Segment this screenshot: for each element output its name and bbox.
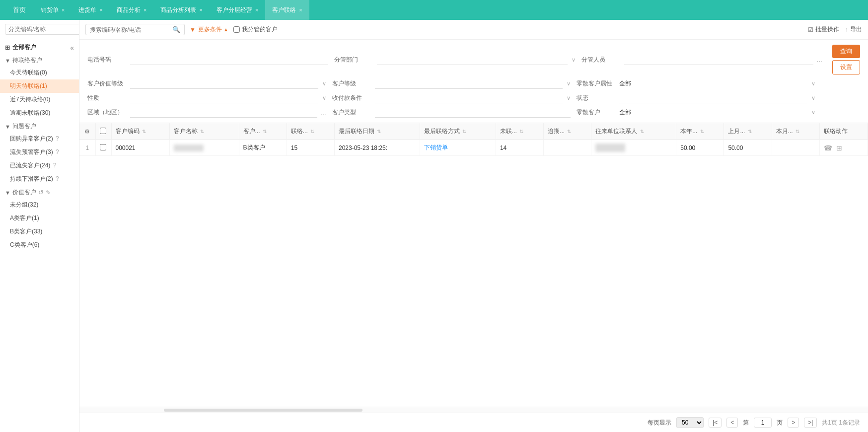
sort-uc-icon[interactable]: ⇅ (519, 129, 523, 134)
next-page-btn[interactable]: > (788, 418, 799, 428)
payment-input[interactable] (375, 93, 563, 103)
sort-od-icon[interactable]: ⇅ (567, 129, 571, 134)
sidebar-item-overdue-contact[interactable]: 逾期未联络(30) (0, 106, 79, 120)
sidebar-item-declining[interactable]: 持续下滑客户(2) ? (0, 172, 79, 186)
nav-customer-tier[interactable]: 客户分层经营 × (210, 0, 265, 20)
row-actions-group: ☎ ⊞ (824, 144, 864, 152)
row-checkbox[interactable] (100, 144, 106, 150)
my-customers-checkbox[interactable] (233, 26, 240, 33)
person-input[interactable] (624, 55, 814, 65)
sidebar-pending-group[interactable]: ▼ 待联络客户 (0, 54, 79, 66)
th-checkbox (95, 123, 111, 140)
customer-level-label: 客户等级 (332, 79, 372, 88)
sort-lcd-icon[interactable]: ⇅ (377, 129, 381, 134)
sidebar-item-b-class[interactable]: B类客户(33) (0, 225, 79, 238)
sidebar-item-ungrouped[interactable]: 未分组(32) (0, 198, 79, 212)
filter-payment-cell: 收付款条件 ∨ (332, 93, 571, 103)
nav-goods-analysis-list[interactable]: 商品分析列表 × (153, 0, 209, 20)
sort-cc-icon[interactable]: ⇅ (310, 129, 314, 134)
sort-ty-icon[interactable]: ⇅ (700, 129, 704, 134)
edit-value-icon[interactable]: ✎ (46, 189, 51, 196)
sort-name-icon[interactable]: ⇅ (200, 129, 204, 134)
th-last-contact-date: 最后联络日期 ⇅ (334, 123, 420, 140)
person-dots-icon[interactable]: ... (816, 56, 822, 64)
close-goods-analysis-list-icon[interactable]: × (199, 7, 202, 13)
settings-button[interactable]: 设置 (832, 60, 860, 74)
sidebar-item-a-class[interactable]: A类客户(1) (0, 212, 79, 225)
customer-type-input[interactable] (375, 107, 571, 118)
refresh-icon[interactable]: ↺ (38, 189, 44, 196)
area-input[interactable] (130, 107, 317, 118)
sidebar-item-tomorrow-contact[interactable]: 明天待联络(1) (0, 79, 79, 93)
sort-tm-icon[interactable]: ⇅ (796, 129, 799, 134)
sort-cp-icon[interactable]: ⇅ (640, 129, 644, 134)
retail-customer-chevron-icon: ∨ (811, 109, 815, 116)
sort-lm-icon[interactable]: ⇅ (748, 129, 752, 134)
nav-customer-contact[interactable]: 客户联络 × (265, 0, 309, 20)
value-level-input[interactable] (130, 78, 318, 89)
close-goods-analysis-icon[interactable]: × (144, 7, 146, 13)
search-input[interactable] (90, 26, 172, 33)
nav-sales[interactable]: 销货单 × (34, 0, 72, 20)
sidebar-problem-group[interactable]: ▼ 问题客户 (0, 120, 79, 132)
last-contact-method-link[interactable]: 下销货单 (424, 144, 448, 151)
sidebar-item-today-contact[interactable]: 今天待联络(0) (0, 66, 79, 79)
query-button[interactable]: 查询 (832, 45, 860, 58)
filter-customer-level-cell: 客户等级 ∨ (332, 78, 571, 89)
sort-code-icon[interactable]: ⇅ (142, 129, 146, 134)
nav-goods-analysis[interactable]: 商品分析 × (110, 0, 153, 20)
row-action-phone-icon[interactable]: ☎ (824, 144, 832, 152)
prev-page-btn[interactable]: < (726, 418, 738, 428)
filter-customer-type-cell: 客户类型 (332, 107, 571, 118)
close-sales-icon[interactable]: × (62, 7, 65, 13)
horizontal-scrollbar[interactable] (164, 409, 362, 412)
settings-icon[interactable]: ⚙ (84, 128, 90, 135)
row-this-month (772, 140, 819, 156)
row-action-grid-icon[interactable]: ⊞ (836, 144, 842, 152)
nav-purchase[interactable]: 进货单 × (72, 0, 109, 20)
search-wrap: 🔍 (85, 24, 185, 35)
sidebar-item-week-contact[interactable]: 近7天待联络(0) (0, 93, 79, 106)
status-input[interactable] (619, 93, 807, 103)
sidebar-item-churned[interactable]: 已流失客户(24) ? (0, 159, 79, 172)
nav-home[interactable]: 首页 (5, 0, 34, 20)
more-conditions-btn[interactable]: ▼ 更多条件 ▲ (190, 25, 228, 34)
row-name: Ea (169, 140, 239, 156)
th-customer-type: 客户... ⇅ (239, 123, 287, 140)
close-customer-contact-icon[interactable]: × (299, 7, 302, 13)
filter-actions: 查询 设置 (832, 45, 860, 74)
area-dots-icon[interactable]: ... (320, 109, 326, 117)
help-icon2: ? (56, 148, 59, 155)
dept-input[interactable] (377, 55, 567, 65)
sort-ctype-icon[interactable]: ⇅ (263, 129, 267, 134)
batch-action-btn[interactable]: ☑ 批量操作 (808, 25, 839, 34)
top-navigation: 首页 销货单 × 进货单 × 商品分析 × 商品分析列表 × 客户分层经营 × … (0, 0, 868, 20)
sidebar-value-group[interactable]: ▼ 价值客户 ↺ ✎ (0, 186, 79, 198)
phone-input[interactable] (130, 55, 328, 65)
page-input[interactable] (754, 418, 772, 428)
all-customers-header[interactable]: ⊞ 全部客户 « (0, 39, 79, 54)
table-row: 1 000021 Ea B类客户 15 2023-05-23 18:25: 下销… (79, 140, 868, 156)
sidebar-item-c-class[interactable]: C类客户(6) (0, 238, 79, 252)
last-page-btn[interactable]: >| (804, 418, 817, 428)
th-gear: ⚙ (79, 123, 95, 140)
dept-chevron-icon: ∨ (572, 57, 576, 63)
gender-input[interactable] (130, 93, 318, 103)
close-purchase-icon[interactable]: × (99, 7, 102, 13)
retail-attr-value: 全部 (619, 79, 807, 88)
sidebar-search-input[interactable] (5, 24, 79, 35)
export-btn[interactable]: ↑ 导出 (845, 25, 862, 34)
sort-lcm-icon[interactable]: ⇅ (462, 129, 466, 134)
search-icon-main[interactable]: 🔍 (172, 26, 180, 33)
help-icon4: ? (56, 175, 59, 182)
scroll-area (79, 407, 868, 413)
first-page-btn[interactable]: |< (709, 418, 722, 428)
close-customer-tier-icon[interactable]: × (255, 7, 258, 13)
filter-gender-cell: 性质 ∨ (87, 93, 326, 103)
select-all-checkbox[interactable] (100, 128, 106, 134)
customer-level-input[interactable] (375, 78, 563, 89)
collapse-icon[interactable]: « (70, 44, 74, 52)
per-page-select[interactable]: 50 100 200 (676, 417, 704, 428)
sidebar-item-churn-warning[interactable]: 流失预警客户(3) ? (0, 145, 79, 159)
sidebar-item-repurchase-abnormal[interactable]: 回购异常客户(2) ? (0, 132, 79, 145)
